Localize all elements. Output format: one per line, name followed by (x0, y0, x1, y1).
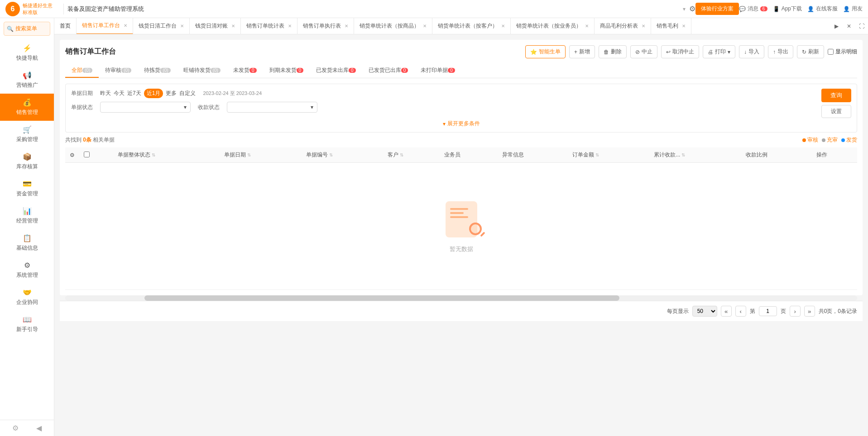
sort-icon-status[interactable]: ⇅ (152, 152, 155, 157)
import-button[interactable]: ↓ 导入 (739, 45, 764, 58)
tab-close-icon-5[interactable]: ✕ (345, 24, 348, 28)
payment-dropdown-icon: ▾ (311, 104, 313, 110)
cancel-stop-button[interactable]: ↩ 取消中止 (661, 45, 699, 58)
stop-button[interactable]: ⊘ 中止 (630, 45, 657, 58)
show-detail-checkbox[interactable] (828, 49, 834, 55)
tab-close-icon-9[interactable]: ✕ (642, 24, 645, 28)
subtab-pending-pick[interactable]: 待拣货(0) (138, 64, 177, 78)
tab-sales-workbench[interactable]: 销售订单工作台 ✕ (77, 18, 133, 34)
date-opt-1month[interactable]: 近1月 (144, 89, 163, 98)
page-number-input[interactable] (759, 306, 777, 316)
app-download-button[interactable]: 📱 App下载 (773, 5, 802, 13)
subtab-all[interactable]: 全部(0) (65, 64, 99, 78)
subtab-not-shipped[interactable]: 未发货0 (227, 64, 263, 78)
subtab-shipped-out[interactable]: 已发货已出库0 (362, 64, 415, 78)
next-page-button[interactable]: › (790, 306, 801, 317)
subtab-wangpu-pending[interactable]: 旺铺待发货(0) (177, 64, 227, 78)
industry-button[interactable]: 体验行业方案 (695, 3, 739, 15)
online-service-button[interactable]: 👤 在线客服 (807, 5, 838, 13)
gear-icon[interactable]: ⚙ (689, 5, 695, 13)
delete-button[interactable]: 🗑 删除 (599, 45, 627, 58)
audit-button[interactable]: 审核 (802, 136, 818, 144)
sidebar-item-inventory[interactable]: 📦 库存核算 (0, 148, 54, 175)
tab-scroll-right-icon[interactable]: ▶ (830, 20, 843, 33)
print-dropdown-icon: ▾ (728, 49, 730, 55)
tab-sales-margin[interactable]: 销售毛利 ✕ (651, 18, 691, 34)
sort-icon-received[interactable]: ⇅ (681, 152, 685, 157)
horizontal-scrollbar[interactable] (65, 295, 857, 301)
sort-icon-number[interactable]: ⇅ (329, 152, 333, 157)
date-opt-today[interactable]: 今天 (114, 90, 125, 97)
expand-filter-button[interactable]: ▾ 展开更多条件 (443, 120, 480, 128)
sidebar-item-marketing[interactable]: 📢 营销推广 (0, 66, 54, 94)
per-page-select[interactable]: 50 100 200 (692, 306, 717, 317)
tab-sales-stats-staff[interactable]: 销货单统计表（按业务员） ✕ (511, 18, 595, 34)
tab-close-icon-3[interactable]: ✕ (231, 24, 235, 28)
sidebar-item-quick-nav[interactable]: ⚡ 快捷导航 (0, 39, 54, 66)
print-button[interactable]: 🖨 打印 ▾ (703, 45, 735, 58)
new-button[interactable]: + 新增 (569, 45, 595, 58)
sidebar-item-sales[interactable]: 💰 销售管理 (0, 94, 54, 121)
sort-icon-customer[interactable]: ⇅ (400, 152, 403, 157)
select-all-checkbox[interactable] (84, 152, 90, 157)
tab-close-icon[interactable]: ✕ (124, 23, 127, 28)
smart-create-button[interactable]: ⭐ 智能生单 (525, 45, 566, 58)
date-opt-custom[interactable]: 自定义 (179, 90, 196, 97)
tab-maximize-icon[interactable]: ⛶ (855, 20, 868, 33)
prev-page-button[interactable]: ‹ (735, 306, 746, 317)
scrollbar-thumb[interactable] (144, 295, 619, 301)
sidebar-item-guide[interactable]: 📖 新手引导 (0, 311, 54, 338)
tab-home[interactable]: 首页 (54, 18, 77, 34)
th-date: 单据日期 ⇅ (220, 147, 301, 163)
tab-margin-analysis[interactable]: 商品毛利分析表 ✕ (595, 18, 651, 34)
sidebar-settings-icon[interactable]: ⚙ (12, 424, 19, 432)
sidebar-item-finance[interactable]: 💳 资金管理 (0, 175, 54, 202)
ship-button[interactable]: 发货 (841, 136, 857, 144)
show-detail-label[interactable]: 显示明细 (828, 48, 857, 56)
tab-close-icon-10[interactable]: ✕ (682, 24, 686, 28)
export-button[interactable]: ↑ 导出 (768, 45, 793, 58)
last-page-button[interactable]: » (804, 306, 815, 317)
subtab-not-printed[interactable]: 未打印单据0 (414, 64, 461, 78)
tab-close-icon-4[interactable]: ✕ (288, 24, 292, 28)
sort-icon-date[interactable]: ⇅ (247, 152, 251, 157)
user-menu-button[interactable]: 👤 用友 (843, 5, 863, 13)
tab-close-icon-6[interactable]: ✕ (423, 24, 427, 28)
sidebar-item-purchase[interactable]: 🛒 采购管理 (0, 121, 54, 148)
tab-order-stats[interactable]: 销售订单统计表 ✕ (241, 18, 297, 34)
date-opt-more[interactable]: 更多 (166, 90, 177, 97)
tab-sales-stats-customer[interactable]: 销货单统计表（按客户） ✕ (432, 18, 511, 34)
subtab-pending-review[interactable]: 待审核(0) (99, 64, 138, 78)
tab-close-icon-7[interactable]: ✕ (501, 24, 505, 28)
sort-icon-amount[interactable]: ⇅ (595, 152, 599, 157)
column-settings-icon[interactable]: ⚙ (70, 152, 75, 158)
sidebar-item-basic-info[interactable]: 📋 基础信息 (0, 229, 54, 256)
tab-sales-stats-product[interactable]: 销货单统计表（按商品） ✕ (354, 18, 432, 34)
status-select[interactable]: ▾ (100, 102, 191, 113)
subtab-overdue-not-shipped[interactable]: 到期未发货0 (263, 64, 310, 78)
tab-reconcile[interactable]: 钱货日清对账 ✕ (190, 18, 241, 34)
tab-daily-clear[interactable]: 钱货日清工作台 ✕ (133, 18, 190, 34)
tab-close-icon-8[interactable]: ✕ (585, 24, 589, 28)
sidebar-collapse-icon[interactable]: ◀ (36, 424, 42, 432)
search-menu-button[interactable]: 🔍 搜索菜单 (4, 22, 50, 36)
tab-order-exec[interactable]: 销售订单执行表 ✕ (297, 18, 354, 34)
sidebar-item-operations[interactable]: 📊 经营管理 (0, 202, 54, 229)
date-opt-yesterday[interactable]: 昨天 (100, 90, 111, 97)
dropdown-icon[interactable]: ▾ (683, 6, 686, 12)
subtab-shipped-not-out[interactable]: 已发货未出库0 (310, 64, 362, 78)
payment-select[interactable]: ▾ (227, 102, 317, 113)
first-page-button[interactable]: « (721, 306, 732, 317)
gear-sidebar-icon: ⚙ (24, 261, 30, 270)
sidebar-search: 🔍 搜索菜单 (0, 18, 54, 39)
filter-setting-button[interactable]: 设置 (821, 105, 851, 118)
sidebar-item-cooperation[interactable]: 🤝 企业协同 (0, 284, 54, 311)
unadit-button[interactable]: 充审 (822, 136, 838, 144)
sidebar-item-system[interactable]: ⚙ 系统管理 (0, 256, 54, 284)
tab-close-all-icon[interactable]: ✕ (843, 20, 855, 33)
message-button[interactable]: 💬 消息 6 (739, 5, 767, 13)
refresh-button[interactable]: ↻ 刷新 (797, 45, 824, 58)
date-opt-7days[interactable]: 近7天 (127, 90, 141, 97)
tab-close-icon-2[interactable]: ✕ (180, 24, 184, 28)
query-button[interactable]: 查询 (821, 89, 851, 102)
